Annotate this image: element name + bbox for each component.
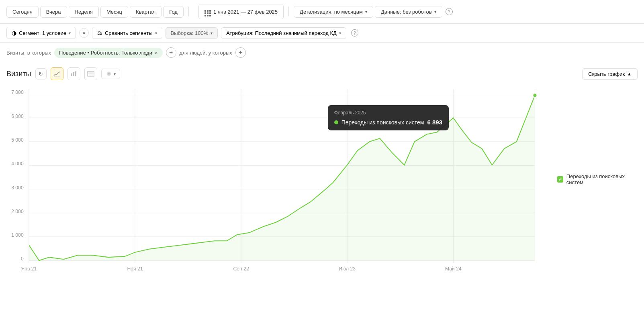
period-year[interactable]: Год (163, 6, 184, 18)
svg-point-39 (533, 93, 537, 97)
top-bar: Сегодня Вчера Неделя Месяц Квартал Год 1… (0, 0, 644, 24)
legend-label: Переходы из поисковых систем (566, 173, 638, 185)
chart-area: 7 000 6 000 5 000 4 000 3 000 2 000 1 00… (6, 85, 638, 274)
chart-header: Визиты ↻ (6, 63, 638, 80)
chart-section: Визиты ↻ (0, 63, 644, 274)
svg-text:3 000: 3 000 (11, 185, 24, 190)
chart-title-area: Визиты ↻ (6, 67, 120, 80)
detail-chevron: ▾ (365, 10, 367, 14)
hide-chart-chevron: ▲ (627, 71, 632, 76)
detail-button[interactable]: Детализация: по месяцам ▾ (294, 6, 373, 18)
chart-refresh-button[interactable]: ↻ (35, 68, 47, 79)
separator-1 (188, 7, 189, 16)
period-quarter[interactable]: Квартал (130, 6, 162, 18)
sample-chevron: ▾ (211, 31, 213, 35)
data-button[interactable]: Данные: без роботов ▾ (375, 6, 442, 18)
segment-icon: ◑ (12, 30, 16, 36)
filter-tag[interactable]: Поведение • Роботность: Только люди × (54, 48, 162, 58)
svg-text:Ноя 21: Ноя 21 (127, 266, 143, 272)
line-chart-icon (53, 71, 61, 77)
svg-text:6 000: 6 000 (11, 114, 24, 119)
bubble-icon (106, 71, 112, 77)
chart-bar-button[interactable] (67, 67, 80, 80)
svg-text:Сен 22: Сен 22 (233, 266, 249, 272)
segment-chevron: ▾ (69, 31, 71, 35)
sample-label: Выборка: 100% (171, 30, 209, 36)
chart-legend-area: Переходы из поисковых систем (549, 85, 638, 274)
chart-canvas-wrapper: 7 000 6 000 5 000 4 000 3 000 2 000 1 00… (6, 85, 549, 274)
filter-prefix: Визиты, в которых (6, 50, 51, 56)
chart-type-chevron: ▾ (114, 72, 116, 76)
data-chevron: ▾ (434, 10, 436, 14)
filter-tag-close[interactable]: × (155, 50, 158, 56)
svg-text:2 000: 2 000 (11, 209, 24, 214)
calendar-grid-icon (204, 7, 211, 16)
svg-point-9 (108, 73, 110, 75)
table-icon (87, 71, 94, 77)
segment-close-button[interactable]: × (79, 28, 89, 38)
attribution-button[interactable]: Атрибуция: Последний значимый переход КД… (221, 27, 346, 39)
segment-label: Сегмент: 1 условие (19, 30, 66, 36)
date-range-button[interactable]: 1 янв 2021 — 27 фев 2025 (198, 4, 284, 19)
separator-2 (288, 7, 289, 16)
filter-row: Визиты, в которых Поведение • Роботность… (0, 43, 644, 63)
svg-rect-1 (71, 73, 72, 76)
data-label: Данные: без роботов (381, 9, 432, 15)
svg-text:Май 24: Май 24 (445, 266, 462, 272)
period-yesterday[interactable]: Вчера (40, 6, 67, 18)
detail-label: Детализация: по месяцам (300, 9, 363, 15)
chart-table-button[interactable] (84, 67, 97, 80)
bar-chart-icon (70, 71, 78, 77)
period-month[interactable]: Месяц (100, 6, 128, 18)
filter-tag-text: Поведение • Роботность: Только люди (59, 50, 152, 56)
top-info-icon[interactable]: ? (446, 8, 453, 15)
compare-chevron: ▾ (155, 31, 157, 35)
svg-text:5 000: 5 000 (11, 137, 24, 143)
compare-icon: ⚖ (97, 30, 102, 36)
svg-rect-2 (73, 72, 74, 76)
chart-title: Визиты (6, 70, 31, 78)
svg-text:Июл 23: Июл 23 (339, 266, 356, 272)
compare-label: Сравнить сегменты (105, 30, 153, 36)
compare-button[interactable]: ⚖ Сравнить сегменты ▾ (92, 27, 162, 39)
svg-text:0: 0 (21, 256, 24, 262)
svg-text:Янв 21: Янв 21 (21, 266, 37, 272)
add-filter-button[interactable]: + (166, 47, 176, 58)
hide-chart-button[interactable]: Скрыть график ▲ (582, 68, 638, 80)
svg-rect-4 (88, 71, 94, 76)
legend-item[interactable]: Переходы из поисковых систем (557, 173, 638, 185)
period-week[interactable]: Неделя (69, 6, 99, 18)
chart-svg: 7 000 6 000 5 000 4 000 3 000 2 000 1 00… (6, 85, 549, 274)
chart-type-dropdown[interactable]: ▾ (101, 69, 120, 79)
second-bar: ◑ Сегмент: 1 условие ▾ × ⚖ Сравнить сегм… (0, 24, 644, 43)
for-label: для людей, у которых (180, 50, 232, 56)
sample-button[interactable]: Выборка: 100% ▾ (166, 27, 218, 39)
svg-text:4 000: 4 000 (11, 161, 24, 167)
second-info-icon[interactable]: ? (351, 29, 358, 37)
svg-text:1 000: 1 000 (11, 232, 24, 238)
attribution-label: Атрибуция: Последний значимый переход КД (226, 30, 337, 36)
hide-chart-label: Скрыть график (588, 71, 625, 77)
legend-checkbox[interactable] (557, 176, 563, 183)
segment-button[interactable]: ◑ Сегмент: 1 условие ▾ (6, 27, 76, 39)
svg-rect-3 (75, 71, 76, 76)
chart-line-button[interactable] (51, 67, 63, 80)
svg-marker-38 (29, 95, 535, 261)
date-range-text: 1 янв 2021 — 27 фев 2025 (213, 9, 278, 15)
period-today[interactable]: Сегодня (6, 6, 39, 18)
svg-text:7 000: 7 000 (11, 89, 24, 95)
add-for-filter-button[interactable]: + (235, 47, 246, 58)
attribution-chevron: ▾ (339, 31, 341, 35)
